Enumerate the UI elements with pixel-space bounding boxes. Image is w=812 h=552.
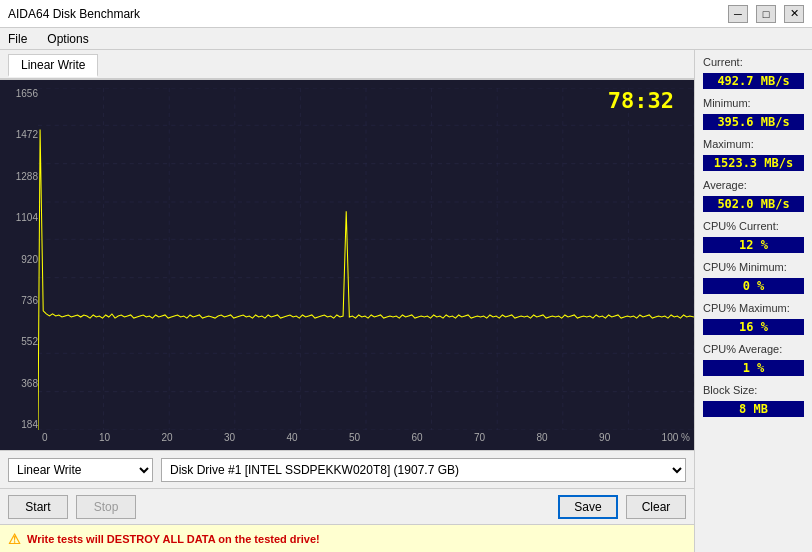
x-label-1: 10 xyxy=(99,432,110,448)
main-area: Linear Write 78:32 1656 1472 1288 1104 9… xyxy=(0,50,812,552)
x-label-6: 60 xyxy=(412,432,423,448)
cpu-minimum-value: 0 % xyxy=(703,278,804,294)
x-label-9: 90 xyxy=(599,432,610,448)
minimize-button[interactable]: ─ xyxy=(728,5,748,23)
test-mode-dropdown[interactable]: Linear Write Linear Read Random Write Ra… xyxy=(8,458,153,482)
average-label: Average: xyxy=(703,179,804,191)
chart-svg xyxy=(38,88,694,430)
save-button[interactable]: Save xyxy=(558,495,618,519)
current-value: 492.7 MB/s xyxy=(703,73,804,89)
warning-bar: ⚠ Write tests will DESTROY ALL DATA on t… xyxy=(0,524,694,552)
maximum-value: 1523.3 MB/s xyxy=(703,155,804,171)
x-label-5: 50 xyxy=(349,432,360,448)
cpu-minimum-label: CPU% Minimum: xyxy=(703,261,804,273)
y-label-5: 736 xyxy=(2,295,38,306)
right-panel: Current: 492.7 MB/s Minimum: 395.6 MB/s … xyxy=(694,50,812,552)
block-size-value: 8 MB xyxy=(703,401,804,417)
y-label-0: 1656 xyxy=(2,88,38,99)
cpu-average-value: 1 % xyxy=(703,360,804,376)
x-label-2: 20 xyxy=(161,432,172,448)
time-display: 78:32 xyxy=(608,88,674,113)
controls-bar: Linear Write Linear Read Random Write Ra… xyxy=(0,450,694,488)
cpu-current-value: 12 % xyxy=(703,237,804,253)
start-button[interactable]: Start xyxy=(8,495,68,519)
maximize-button[interactable]: □ xyxy=(756,5,776,23)
window-controls: ─ □ ✕ xyxy=(728,5,804,23)
y-label-1: 1472 xyxy=(2,129,38,140)
tab-bar: Linear Write xyxy=(0,50,694,80)
menu-options[interactable]: Options xyxy=(43,30,92,47)
menu-bar: File Options xyxy=(0,28,812,50)
x-label-8: 80 xyxy=(537,432,548,448)
chart-area: 78:32 1656 1472 1288 1104 920 736 552 36… xyxy=(0,80,694,450)
title-bar: AIDA64 Disk Benchmark ─ □ ✕ xyxy=(0,0,812,28)
window-title: AIDA64 Disk Benchmark xyxy=(8,7,140,21)
y-label-6: 552 xyxy=(2,336,38,347)
warning-icon: ⚠ xyxy=(8,531,21,547)
block-size-label: Block Size: xyxy=(703,384,804,396)
clear-button[interactable]: Clear xyxy=(626,495,686,519)
y-label-2: 1288 xyxy=(2,171,38,182)
close-button[interactable]: ✕ xyxy=(784,5,804,23)
x-label-3: 30 xyxy=(224,432,235,448)
x-axis: 0 10 20 30 40 50 60 70 80 90 100 % xyxy=(38,430,694,450)
maximum-label: Maximum: xyxy=(703,138,804,150)
tab-linear-write[interactable]: Linear Write xyxy=(8,54,98,77)
cpu-maximum-label: CPU% Maximum: xyxy=(703,302,804,314)
y-label-8: 184 xyxy=(2,419,38,430)
average-value: 502.0 MB/s xyxy=(703,196,804,212)
menu-file[interactable]: File xyxy=(4,30,31,47)
stop-button[interactable]: Stop xyxy=(76,495,136,519)
minimum-label: Minimum: xyxy=(703,97,804,109)
cpu-average-label: CPU% Average: xyxy=(703,343,804,355)
cpu-current-label: CPU% Current: xyxy=(703,220,804,232)
bottom-bar: Start Stop Save Clear xyxy=(0,488,694,524)
cpu-maximum-value: 16 % xyxy=(703,319,804,335)
x-label-4: 40 xyxy=(287,432,298,448)
x-label-7: 70 xyxy=(474,432,485,448)
y-axis: 1656 1472 1288 1104 920 736 552 368 184 xyxy=(0,80,38,450)
x-label-10: 100 % xyxy=(662,432,690,448)
y-label-4: 920 xyxy=(2,254,38,265)
drive-dropdown[interactable]: Disk Drive #1 [INTEL SSDPEKKW020T8] (190… xyxy=(161,458,686,482)
current-label: Current: xyxy=(703,56,804,68)
y-label-7: 368 xyxy=(2,378,38,389)
minimum-value: 395.6 MB/s xyxy=(703,114,804,130)
left-panel: Linear Write 78:32 1656 1472 1288 1104 9… xyxy=(0,50,694,552)
y-label-3: 1104 xyxy=(2,212,38,223)
warning-text: Write tests will DESTROY ALL DATA on the… xyxy=(27,533,320,545)
x-label-0: 0 xyxy=(42,432,48,448)
